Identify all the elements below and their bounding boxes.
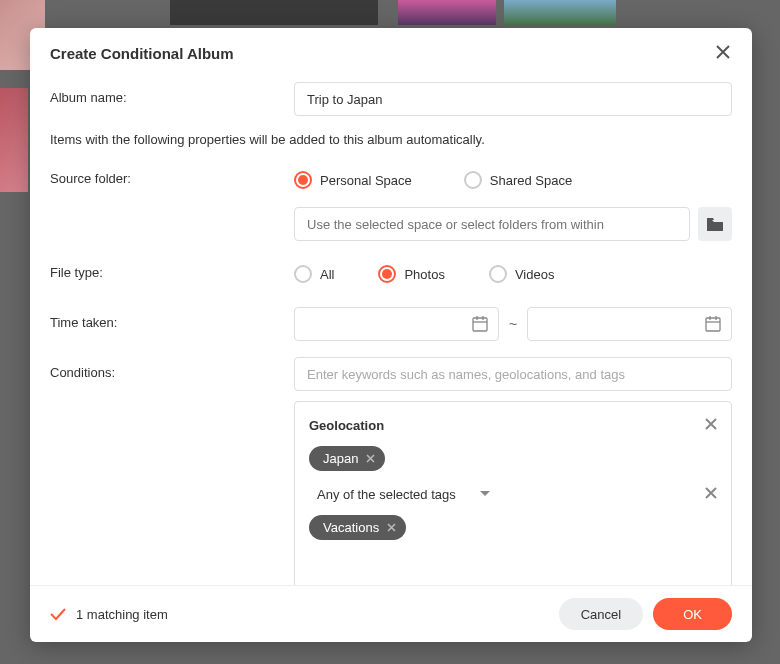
radio-filetype-videos[interactable]: Videos <box>489 265 555 283</box>
date-to-input[interactable] <box>527 307 732 341</box>
time-taken-row: Time taken: ~ <box>50 307 732 341</box>
tag-vacations: Vacations <box>309 515 406 540</box>
check-icon <box>50 608 66 621</box>
file-type-row: File type: All Photos Videos <box>50 257 732 291</box>
source-folder-row: Source folder: Personal Space Shared Spa… <box>50 163 732 241</box>
radio-icon <box>294 171 312 189</box>
modal-footer: 1 matching item Cancel OK <box>30 585 752 642</box>
radio-filetype-photos[interactable]: Photos <box>378 265 444 283</box>
date-from-input[interactable] <box>294 307 499 341</box>
radio-label: All <box>320 267 334 282</box>
close-icon <box>387 523 396 532</box>
remove-tag-button[interactable] <box>366 451 375 466</box>
cancel-button[interactable]: Cancel <box>559 598 643 630</box>
conditions-input[interactable] <box>294 357 732 391</box>
close-icon <box>705 418 717 430</box>
radio-filetype-all[interactable]: All <box>294 265 334 283</box>
folder-icon <box>707 218 723 231</box>
close-icon <box>705 487 717 499</box>
tag-match-row: Any of the selected tags <box>309 485 717 503</box>
modal-header: Create Conditional Album <box>30 28 752 82</box>
conditions-row: Conditions: Geolocation Japan <box>50 357 732 585</box>
help-text: Items with the following properties will… <box>50 132 732 147</box>
radio-shared-space[interactable]: Shared Space <box>464 171 572 189</box>
source-folder-label: Source folder: <box>50 163 294 186</box>
conditions-panel: Geolocation Japan <box>294 401 732 585</box>
geolocation-title: Geolocation <box>309 418 384 433</box>
modal-title: Create Conditional Album <box>50 45 234 62</box>
calendar-icon <box>705 316 721 332</box>
radio-icon <box>464 171 482 189</box>
radio-icon <box>294 265 312 283</box>
remove-tag-button[interactable] <box>387 520 396 535</box>
modal-body: Album name: Items with the following pro… <box>30 82 752 585</box>
svg-rect-0 <box>473 318 487 331</box>
close-button[interactable] <box>714 42 732 64</box>
tag-match-label: Any of the selected tags <box>317 487 456 502</box>
album-name-label: Album name: <box>50 82 294 105</box>
radio-personal-space[interactable]: Personal Space <box>294 171 412 189</box>
source-folder-input[interactable] <box>294 207 690 241</box>
create-album-modal: Create Conditional Album Album name: Ite… <box>30 28 752 642</box>
close-icon <box>716 45 730 59</box>
remove-geolocation-button[interactable] <box>705 416 717 434</box>
radio-icon <box>489 265 507 283</box>
conditions-label: Conditions: <box>50 357 294 380</box>
tags-list: Vacations <box>309 515 717 540</box>
date-range-separator: ~ <box>509 316 517 332</box>
album-name-input[interactable] <box>294 82 732 116</box>
calendar-icon <box>472 316 488 332</box>
geolocation-header: Geolocation <box>309 416 717 434</box>
footer-buttons: Cancel OK <box>559 598 732 630</box>
match-info: 1 matching item <box>50 607 168 622</box>
radio-icon <box>378 265 396 283</box>
remove-tags-condition-button[interactable] <box>705 485 717 503</box>
time-taken-label: Time taken: <box>50 307 294 330</box>
browse-folder-button[interactable] <box>698 207 732 241</box>
radio-label: Photos <box>404 267 444 282</box>
radio-label: Videos <box>515 267 555 282</box>
tag-label: Vacations <box>323 520 379 535</box>
album-name-row: Album name: <box>50 82 732 116</box>
tag-japan: Japan <box>309 446 385 471</box>
chevron-down-icon <box>480 491 490 497</box>
ok-button[interactable]: OK <box>653 598 732 630</box>
geolocation-tags: Japan <box>309 446 717 471</box>
match-count-text: 1 matching item <box>76 607 168 622</box>
file-type-label: File type: <box>50 257 294 280</box>
svg-rect-4 <box>706 318 720 331</box>
radio-label: Personal Space <box>320 173 412 188</box>
close-icon <box>366 454 375 463</box>
tag-match-dropdown[interactable]: Any of the selected tags <box>317 487 490 502</box>
tag-label: Japan <box>323 451 358 466</box>
radio-label: Shared Space <box>490 173 572 188</box>
